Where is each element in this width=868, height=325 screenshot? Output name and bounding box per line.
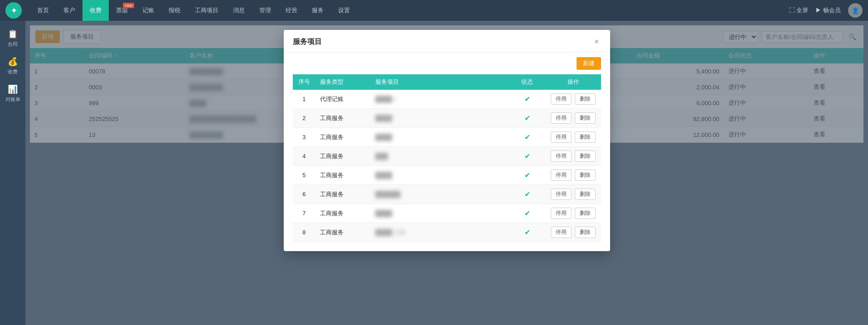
fullscreen-btn[interactable]: ⛶ 全屏 bbox=[789, 6, 809, 15]
nav-baoshui[interactable]: 报税 bbox=[161, 0, 188, 21]
nav-gongshang[interactable]: 工商项目 bbox=[188, 0, 226, 21]
modal-cell-type: 代理记账 bbox=[315, 90, 371, 109]
modal-toolbar: 新建 bbox=[284, 53, 610, 74]
sidebar-label-shoufei: 收费 bbox=[8, 68, 18, 75]
nav-shoufei[interactable]: 收费 bbox=[82, 0, 109, 21]
main-layout: 📋 合同 💰 收费 📊 对账单 新增 服务项目 进行中 已完成 已暂停 bbox=[0, 21, 868, 325]
sidebar-label-hetong: 合同 bbox=[8, 41, 18, 48]
stop-button[interactable]: 停用 bbox=[551, 170, 572, 181]
stop-button[interactable]: 停用 bbox=[551, 208, 572, 219]
delete-button[interactable]: 删除 bbox=[575, 150, 596, 162]
modal-cell-item: ████ 1 bbox=[371, 90, 509, 109]
status-check-icon: ✔ bbox=[524, 209, 530, 217]
modal-cell-item: ███ bbox=[371, 147, 509, 166]
nav-customer[interactable]: 客户 bbox=[56, 0, 82, 21]
stop-button[interactable]: 停用 bbox=[551, 227, 572, 238]
modal-cell-action[interactable]: 停用 删除 bbox=[546, 223, 601, 242]
modal-table-row: 6 工商服务 ██████ ✔ 停用 删除 bbox=[293, 185, 601, 204]
status-check-icon: ✔ bbox=[524, 171, 530, 179]
delete-button[interactable]: 删除 bbox=[575, 170, 596, 181]
status-check-icon: ✔ bbox=[524, 152, 530, 160]
modal-table-row: 4 工商服务 ███ ✔ 停用 删除 bbox=[293, 147, 601, 166]
nav-jizhang[interactable]: 记账 bbox=[135, 0, 161, 21]
status-check-icon: ✔ bbox=[524, 228, 530, 236]
modal-cell-item: ████ bbox=[371, 128, 509, 147]
modal-table-row: 3 工商服务 ████ ✔ 停用 删除 bbox=[293, 128, 601, 147]
modal-col-item: 服务项目 bbox=[371, 74, 509, 90]
modal-cell-action[interactable]: 停用 删除 bbox=[546, 204, 601, 223]
modal-cell-no: 3 bbox=[293, 128, 316, 147]
sidebar-item-duizhangdan[interactable]: 📊 对账单 bbox=[1, 81, 24, 107]
member-btn[interactable]: ▶ 畅会员 bbox=[815, 6, 841, 15]
delete-button[interactable]: 删除 bbox=[575, 189, 596, 200]
nav-shezhi[interactable]: 设置 bbox=[331, 0, 357, 21]
sidebar: 📋 合同 💰 收费 📊 对账单 bbox=[0, 21, 25, 325]
modal-cell-item: ████ bbox=[371, 166, 509, 185]
avatar[interactable]: 👤 bbox=[848, 3, 863, 18]
stop-button[interactable]: 停用 bbox=[551, 150, 572, 162]
nav-home[interactable]: 首页 bbox=[30, 0, 56, 21]
modal-table-row: 2 工商服务 ████ ✔ 停用 删除 bbox=[293, 109, 601, 128]
top-nav-right: ⛶ 全屏 ▶ 畅会员 👤 bbox=[789, 3, 863, 18]
nav-fuwu[interactable]: 服务 bbox=[305, 0, 331, 21]
modal-cell-status: ✔ bbox=[509, 223, 545, 242]
stop-button[interactable]: 停用 bbox=[551, 131, 572, 143]
nav-piaoju[interactable]: 票据 new bbox=[109, 0, 135, 21]
modal-cell-status: ✔ bbox=[509, 204, 545, 223]
delete-button[interactable]: 删除 bbox=[575, 227, 596, 238]
modal-cell-type: 工商服务 bbox=[315, 128, 371, 147]
nav-guanli[interactable]: 管理 bbox=[252, 0, 278, 21]
modal-cell-action[interactable]: 停用 删除 bbox=[546, 147, 601, 166]
modal-cell-status: ✔ bbox=[509, 90, 545, 109]
status-check-icon: ✔ bbox=[524, 190, 530, 198]
modal-cell-action[interactable]: 停用 删除 bbox=[546, 166, 601, 185]
service-items-modal: 服务项目 × 新建 序号 服务类型 服务项目 状态 bbox=[284, 30, 610, 251]
modal-overlay: 服务项目 × 新建 序号 服务类型 服务项目 状态 bbox=[25, 21, 868, 325]
delete-button[interactable]: 删除 bbox=[575, 131, 596, 143]
modal-cell-no: 6 bbox=[293, 185, 316, 204]
sidebar-label-duizhangdan: 对账单 bbox=[5, 96, 20, 103]
modal-cell-status: ✔ bbox=[509, 185, 545, 204]
modal-header: 服务项目 × bbox=[284, 30, 610, 53]
nav-xiaoxi[interactable]: 消息 bbox=[226, 0, 252, 21]
contract-icon: 📋 bbox=[8, 29, 18, 39]
modal-cell-action[interactable]: 停用 删除 bbox=[546, 109, 601, 128]
modal-cell-type: 工商服务 bbox=[315, 204, 371, 223]
modal-cell-no: 8 bbox=[293, 223, 316, 242]
modal-cell-action[interactable]: 停用 删除 bbox=[546, 128, 601, 147]
top-nav: ✦ 首页 客户 收费 票据 new 记账 报税 工商项目 消息 管理 经营 服务… bbox=[0, 0, 868, 21]
modal-cell-item: ████ bbox=[371, 204, 509, 223]
modal-new-button[interactable]: 新建 bbox=[577, 57, 601, 70]
stop-button[interactable]: 停用 bbox=[551, 112, 572, 124]
modal-cell-item: ██████ bbox=[371, 185, 509, 204]
modal-cell-type: 工商服务 bbox=[315, 109, 371, 128]
modal-cell-item: ████ 注册 bbox=[371, 223, 509, 242]
modal-cell-no: 5 bbox=[293, 166, 316, 185]
modal-cell-action[interactable]: 停用 删除 bbox=[546, 185, 601, 204]
new-badge: new bbox=[123, 3, 134, 8]
delete-button[interactable]: 删除 bbox=[575, 208, 596, 219]
modal-body: 序号 服务类型 服务项目 状态 操作 1 代理记账 ████ 1 ✔ 停用 删除 bbox=[284, 74, 610, 251]
status-check-icon: ✔ bbox=[524, 95, 530, 103]
stop-button[interactable]: 停用 bbox=[551, 189, 572, 200]
modal-cell-status: ✔ bbox=[509, 147, 545, 166]
modal-cell-action[interactable]: 停用 删除 bbox=[546, 90, 601, 109]
modal-close-button[interactable]: × bbox=[592, 37, 601, 47]
sidebar-item-shoufei[interactable]: 💰 收费 bbox=[1, 53, 24, 79]
modal-col-status: 状态 bbox=[509, 74, 545, 90]
modal-title: 服务项目 bbox=[293, 37, 592, 47]
nav-jingying[interactable]: 经营 bbox=[278, 0, 305, 21]
modal-cell-no: 7 bbox=[293, 204, 316, 223]
service-items-table: 序号 服务类型 服务项目 状态 操作 1 代理记账 ████ 1 ✔ 停用 删除 bbox=[293, 74, 601, 242]
modal-cell-type: 工商服务 bbox=[315, 223, 371, 242]
delete-button[interactable]: 删除 bbox=[575, 93, 596, 105]
sidebar-item-hetong[interactable]: 📋 合同 bbox=[1, 25, 24, 51]
modal-col-no: 序号 bbox=[293, 74, 316, 90]
modal-cell-type: 工商服务 bbox=[315, 166, 371, 185]
delete-button[interactable]: 删除 bbox=[575, 112, 596, 124]
modal-table-header: 序号 服务类型 服务项目 状态 操作 bbox=[293, 74, 601, 90]
reconcile-icon: 📊 bbox=[8, 84, 18, 94]
stop-button[interactable]: 停用 bbox=[551, 93, 572, 105]
content-area: 新增 服务项目 进行中 已完成 已暂停 🔍 序号 合同编码 ↑ bbox=[25, 21, 868, 325]
modal-cell-no: 2 bbox=[293, 109, 316, 128]
